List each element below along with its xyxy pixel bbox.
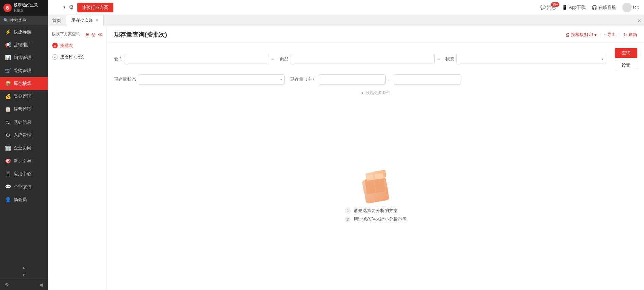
marketing-label: 营销推广	[14, 42, 31, 48]
divider-2	[620, 32, 620, 37]
sidebar-scroll-down[interactable]: ▼	[0, 271, 48, 279]
collapse-panel-icon[interactable]: ≪	[98, 32, 103, 37]
sidebar-item-marketing[interactable]: 📢 营销推广	[0, 38, 48, 51]
system-icon: ⚙	[5, 132, 11, 138]
marketing-icon: 📢	[5, 42, 11, 48]
scheme-by-warehouse-batch[interactable]: ○ 按仓库+批次	[48, 51, 107, 63]
sidebar-item-app-center[interactable]: 📱 应用中心	[0, 167, 48, 180]
box-svg	[359, 168, 393, 202]
add-scheme-icon[interactable]: ⊕	[85, 32, 89, 37]
export-label: 导出	[607, 32, 616, 38]
messages-item[interactable]: 💬 消息 99+	[540, 4, 556, 11]
sidebar-item-member[interactable]: 👤 畅会员	[0, 193, 48, 206]
topbar-gear-icon[interactable]: ⚙	[69, 4, 74, 11]
enterprise-icon: 🏢	[5, 145, 11, 151]
message-icon: 💬	[540, 5, 546, 10]
operations-icon: 📋	[5, 106, 11, 112]
trial-btn[interactable]: 体验行业方案	[77, 3, 113, 12]
sidebar-search-btn[interactable]: 🔍 搜索菜单	[0, 16, 48, 25]
warehouse-label: 仓库	[114, 56, 123, 62]
sidebar-item-operations[interactable]: 📋 经营管理	[0, 103, 48, 116]
tab-home-label: 首页	[52, 18, 61, 24]
scheme-settings-icon[interactable]: ◎	[91, 32, 96, 37]
status-field: 状态 ▾	[445, 54, 606, 64]
product-label: 商品	[280, 56, 289, 62]
inventory-qty-from-input[interactable]	[319, 74, 386, 85]
filter-panel: 按以下方案查询 ⊕ ◎ ≪ ● 按批次 ○ 按仓库+批次	[48, 26, 107, 290]
sales-icon: 📊	[5, 55, 11, 61]
status-dropdown-arrow: ▾	[601, 57, 603, 61]
warehouse-input[interactable]	[125, 54, 269, 64]
export-btn[interactable]: ↑ 导出	[604, 32, 616, 38]
divider-1	[600, 32, 600, 37]
sidebar-item-system[interactable]: ⚙ 系统管理	[0, 129, 48, 142]
export-icon: ↑	[604, 32, 606, 37]
template-print-btn[interactable]: 🖨 按模板打印 ▾	[565, 32, 597, 38]
sidebar-item-enterprise[interactable]: 🏢 企业协同	[0, 142, 48, 155]
status-input[interactable]	[456, 54, 606, 64]
sidebar-item-finance[interactable]: 💰 资金管理	[0, 90, 48, 103]
tab-home[interactable]: 首页	[48, 15, 66, 26]
warehouse-more-btn[interactable]: ···	[271, 57, 274, 61]
settings-btn[interactable]: 设置	[615, 60, 637, 70]
sidebar-item-wechat[interactable]: 💬 企业微信	[0, 180, 48, 193]
wechat-icon: 💬	[5, 184, 11, 190]
print-icon: 🖨	[565, 32, 570, 37]
collapse-chevron-icon: ▲	[361, 91, 365, 95]
tab-inventory-batch[interactable]: 库存批次账 ✕	[66, 15, 104, 26]
query-actions: 查询 设置	[615, 48, 637, 70]
close-all-tabs-btn[interactable]: ✕	[634, 18, 644, 23]
sales-label: 销售管理	[14, 55, 31, 61]
settings-icon[interactable]: ⚙	[5, 282, 9, 287]
app-download-item[interactable]: 📱 App下载	[562, 4, 586, 11]
online-service-item[interactable]: 🎧 在线客服	[592, 4, 616, 11]
inventory-status-field: 现存量状态 ▾	[114, 74, 285, 85]
collapse-btn[interactable]: ▲ 收起更多条件	[114, 89, 637, 96]
product-input[interactable]	[291, 54, 435, 64]
finance-label: 资金管理	[14, 93, 31, 99]
print-dropdown-arrow[interactable]: ▾	[594, 32, 597, 37]
sidebar-scroll-up[interactable]: ▲	[0, 264, 48, 271]
sidebar-item-inventory[interactable]: 📦 库存核算	[0, 77, 48, 90]
member-label: 畅会员	[14, 197, 27, 203]
refresh-btn[interactable]: ↻ 刷新	[623, 32, 637, 38]
newbie-label: 新手引导	[14, 158, 31, 164]
app-center-icon: 📱	[5, 171, 11, 177]
sidebar-item-newbie[interactable]: 🎯 新手引导	[0, 155, 48, 167]
operations-label: 经营管理	[14, 106, 31, 112]
inventory-status-wrap: ▾	[138, 74, 285, 85]
messages-badge: 99+	[551, 2, 559, 7]
topbar-dropdown[interactable]: ▾	[53, 4, 66, 11]
status-select-wrap: ▾	[456, 54, 606, 64]
empty-hint-1: 1 请先选择要分析的方案	[345, 207, 407, 214]
page-header-actions: 🖨 按模板打印 ▾ ↑ 导出 ↻ 刷新	[565, 32, 638, 42]
product-more-btn[interactable]: ···	[437, 57, 440, 61]
filter-icons: ⊕ ◎ ≪	[85, 32, 103, 37]
collapse-sidebar-icon[interactable]: ◀	[39, 282, 43, 287]
quick-nav-icon: ⚡	[5, 29, 11, 35]
filter-row-2: 现存量状态 ▾ 现存量（主） —	[114, 74, 637, 85]
scheme-by-warehouse-batch-label: 按仓库+批次	[60, 54, 85, 60]
filter-row-1: 仓库 ··· 商品 ··· 状态 ▾	[114, 48, 637, 70]
product-field: 商品 ···	[280, 54, 440, 64]
query-btn[interactable]: 查询	[615, 48, 637, 58]
app-center-label: 应用中心	[14, 171, 31, 177]
tab-close-inventory-batch[interactable]: ✕	[95, 18, 99, 23]
collapse-label: 收起更多条件	[366, 90, 390, 96]
sidebar-item-basic[interactable]: 🗂 基础信息	[0, 116, 48, 129]
sidebar-item-sales[interactable]: 📊 销售管理	[0, 51, 48, 64]
sidebar-item-purchase[interactable]: 🛒 采购管理	[0, 64, 48, 77]
page-main: 现存量查询(按批次) 🖨 按模板打印 ▾ ↑ 导出 ↻ 刷	[107, 26, 644, 290]
template-print-label: 按模板打印	[571, 32, 593, 38]
search-label: 搜索菜单	[10, 18, 26, 23]
user-area[interactable]: Rit	[622, 3, 639, 12]
inventory-status-input[interactable]	[138, 74, 285, 85]
basic-icon: 🗂	[5, 119, 11, 125]
scheme-by-batch[interactable]: ● 按批次	[48, 40, 107, 51]
app-logo: 6	[3, 4, 12, 12]
status-label: 状态	[445, 56, 454, 62]
sidebar-item-quick-nav[interactable]: ⚡ 快捷导航	[0, 25, 48, 38]
inventory-status-label: 现存量状态	[114, 76, 136, 83]
filter-header: 按以下方案查询 ⊕ ◎ ≪	[48, 30, 107, 40]
inventory-qty-to-input[interactable]	[394, 74, 461, 85]
